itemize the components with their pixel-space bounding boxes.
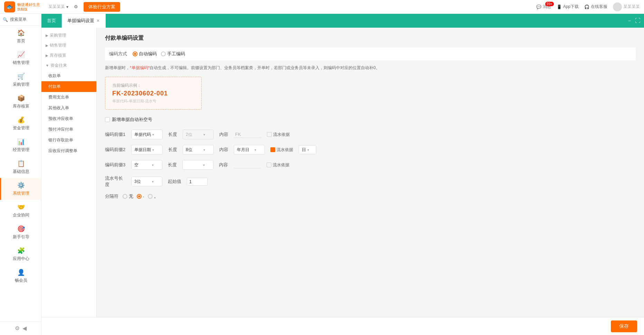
chevron-down-icon: ▾ [203,163,205,167]
form-area: 付款单编码设置 编码方式 自动编码 手工编码 [97,28,644,317]
nav-item-expense[interactable]: 费用支出单 [41,92,96,103]
sep-circle-dot [148,194,153,199]
start-value-input[interactable] [187,178,208,186]
sep-none-dot [123,194,127,199]
nav-group-inventory[interactable]: ▶ 库存核算 [41,50,96,61]
inventory-icon: 📦 [17,94,25,102]
sep-circle-radio[interactable]: 。 [148,193,158,199]
nav-group-sales[interactable]: ▶ 销售管理 [41,40,96,50]
length1-select: 2位 ▾ [183,130,214,139]
tab-close-icon[interactable]: ✕ [96,18,100,23]
logo-text: 畅捷通好生意 旗舰版 [17,2,40,11]
sidebar-item-operations[interactable]: 📊 经营管理 [0,134,41,156]
tab-minimize-icon[interactable]: － [627,17,632,25]
tab-bar-right: － ⛶ [627,17,644,25]
sep-dot-radio[interactable]: · [137,194,144,199]
nav-item-prepayment-offset[interactable]: 预付冲应付单 [41,124,96,135]
sidebar-item-sales[interactable]: 📈 销售管理 [0,47,41,69]
search-menu-button[interactable]: 🔍 搜索菜单 [0,14,41,26]
sidebar-item-member[interactable]: 👤 畅会员 [0,265,41,287]
sidebar-item-purchase[interactable]: 🛒 采购管理 [0,69,41,91]
separator-row: 分隔符 无 · 。 [105,193,636,199]
nav-item-bank[interactable]: 银行存取款单 [41,135,96,146]
stream3-checkbox[interactable]: 流水依据 [267,162,289,168]
company-dropdown[interactable]: 某某某某 ▾ [48,4,68,10]
content2-select[interactable]: 年月日 ▾ [234,145,265,155]
save-button[interactable]: 保存 [611,320,637,332]
content2-label: 内容 [219,147,228,153]
sidebar-item-cooperation[interactable]: 🤝 企业协同 [0,200,41,222]
chevron-down-icon: ▾ [254,148,256,152]
auto-fill-checkbox-box [105,117,110,122]
manual-encoding-radio[interactable]: 手工编码 [161,51,185,57]
message-icon: 💬 [536,4,541,9]
chevron-right-icon: ▶ [46,44,48,47]
sidebar-item-basics[interactable]: 📋 基础信息 [0,156,41,178]
nav-item-payment[interactable]: 付款单 [41,81,96,92]
app-download-button[interactable]: 📱 App下载 [557,4,579,10]
auto-fill-row: 新增单据自动补空号 [105,117,636,123]
nav-item-adjustment[interactable]: 应收应付调整单 [41,146,96,156]
settings-footer-icon[interactable]: ⚙ [15,325,20,332]
prefix2-select[interactable]: 单据日期 ▾ [131,145,163,155]
chevron-down-icon: ▼ [46,64,49,67]
encoding-radio-group: 自动编码 手工编码 [133,51,185,57]
preview-box: 当前编码示例： FK-20230602-001 单据代码-单据日期-流水号 [105,77,202,110]
stream3-checkbox-box [267,162,271,167]
auto-fill-checkbox[interactable]: 新增单据自动补空号 [105,117,152,123]
length1-label: 长度 [168,131,177,138]
nav-item-prepaid-offset[interactable]: 预收冲应收单 [41,113,96,124]
separator-label: 分隔符 [105,193,118,199]
serial-length-select[interactable]: 3位 ▾ [131,177,162,186]
main-layout: 🔍 搜索菜单 🏠 首页 📈 销售管理 🛒 采购管理 📦 库存核算 💰 资金管理 … [0,14,644,335]
length2-select[interactable]: 8位 ▾ [183,145,214,155]
start-value-label: 起始值 [168,178,181,185]
sidebar-item-inventory[interactable]: 📦 库存核算 [0,91,41,113]
sidebar-item-finance[interactable]: 💰 资金管理 [0,113,41,134]
sidebar-item-apps[interactable]: 🧩 应用中心 [0,243,41,265]
sep-none-radio[interactable]: 无 [123,193,133,199]
finance-icon: 💰 [17,116,25,124]
service-icon: 🎧 [584,4,589,9]
stream2-period-select[interactable]: 日 ▾ [299,145,316,154]
sep-dot-dot [137,194,142,199]
nav-item-other-income[interactable]: 其他收入单 [41,103,96,113]
sidebar-item-system[interactable]: ⚙️ 系统管理 [0,178,41,200]
basics-icon: 📋 [17,160,25,167]
tab-bar: 首页 单据编码设置 ✕ － ⛶ [41,14,644,28]
nav-item-receipt[interactable]: 收款单 [41,71,96,81]
download-icon: 📱 [557,4,562,9]
serial-row: 流水号长度 3位 ▾ 起始值 [105,175,636,188]
tab-encoding[interactable]: 单据编码设置 ✕ [62,14,106,28]
left-nav: ▶ 采购管理 ▶ 销售管理 ▶ 库存核算 ▼ 资金往来 收款单 [41,28,97,317]
header-right: 💬 消息 99+ 📱 App下载 🎧 在线客服 某某某某 [536,2,640,11]
header-center: 某某某某 ▾ ⚙ 体验行业方案 [48,2,534,12]
chevron-down-icon: ▾ [152,133,154,137]
tab-maximize-icon[interactable]: ⛶ [635,18,641,24]
nav-group-purchase[interactable]: ▶ 采购管理 [41,30,96,40]
length3-select[interactable]: ▾ [182,160,213,170]
trial-button[interactable]: 体验行业方案 [84,2,120,12]
content1-input[interactable] [234,131,261,138]
auto-encoding-radio[interactable]: 自动编码 [133,51,157,57]
prefix1-select[interactable]: 单据代码 ▾ [131,130,163,139]
messages-button[interactable]: 💬 消息 99+ [536,4,551,10]
sidebar-item-guide[interactable]: 🎯 新手引导 [0,222,41,243]
stream1-checkbox[interactable]: 流水依据 [267,132,290,138]
system-icon: ⚙️ [17,182,25,189]
collapse-icon[interactable]: ◀ [22,325,27,332]
auto-encoding-dot [133,52,137,56]
bottom-bar: 保存 [41,317,644,335]
stream2-checkbox[interactable]: 流水依据 [270,147,293,153]
tab-home[interactable]: 首页 [41,14,62,28]
cooperation-icon: 🤝 [17,203,25,211]
page-content: ▶ 采购管理 ▶ 销售管理 ▶ 库存核算 ▼ 资金往来 收款单 [41,28,644,317]
content3-input[interactable] [233,161,261,168]
user-avatar[interactable]: 某某某某 [613,2,640,11]
settings-icon[interactable]: ⚙ [71,2,81,12]
config-row-3: 编码前缀3 空 ▾ 长度 ▾ 内容 流水依据 [105,160,636,170]
online-service-button[interactable]: 🎧 在线客服 [584,4,607,10]
prefix3-select[interactable]: 空 ▾ [131,160,162,170]
nav-group-finance[interactable]: ▼ 资金往来 [41,61,96,71]
sidebar-item-home[interactable]: 🏠 首页 [0,26,41,47]
